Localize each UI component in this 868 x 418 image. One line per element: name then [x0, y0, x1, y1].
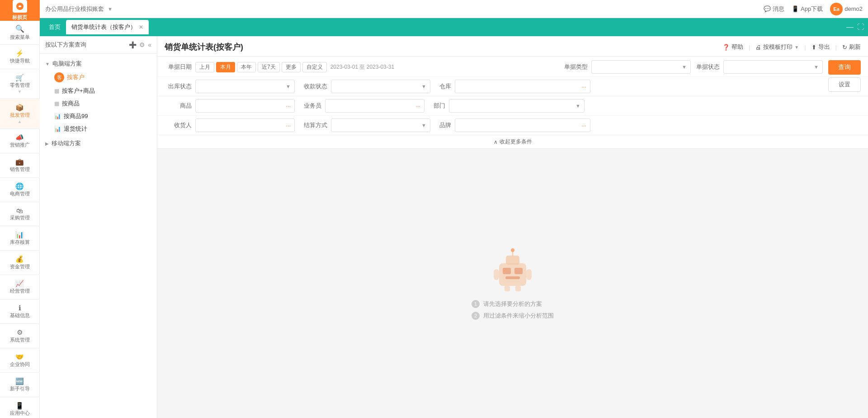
tree-item-by-customer-goods[interactable]: ▦ 按客户+商品	[40, 85, 157, 97]
collapse-bar[interactable]: ∧ 收起更多条件	[157, 135, 868, 149]
sidebar-system[interactable]: ⚙ 系统管理	[0, 324, 40, 348]
query-button[interactable]: 查询	[828, 60, 861, 75]
by-customer-goods-icon: ▦	[54, 88, 59, 94]
print-label: 按模板打印	[763, 43, 793, 51]
staff-select[interactable]: ···	[325, 99, 425, 113]
staff-filter: 业务员 ···	[304, 99, 425, 113]
date-btn-this-month[interactable]: 本月	[216, 62, 235, 72]
sidebar-marketing[interactable]: 📣 营销推广	[0, 129, 40, 153]
sales-label: 销售管理	[10, 166, 30, 173]
sidebar-operations[interactable]: 📈 经营管理	[0, 275, 40, 299]
topbar: 办公用品行业模拟账套 ▼ 💬 消息 📱 App下载 Ea demo2	[40, 0, 868, 18]
tree-mobile-section[interactable]: ▶ 移动端方案	[40, 137, 157, 150]
tree-desktop-label: 电脑端方案	[52, 60, 82, 68]
guide-icon: 🆕	[15, 377, 24, 385]
tree-desktop-section[interactable]: ▼ 电脑端方案	[40, 57, 157, 70]
user-profile-btn[interactable]: Ea demo2	[830, 3, 863, 15]
tab-minimize-icon[interactable]: —	[846, 23, 854, 31]
search-menu-item[interactable]: 🔍 搜索菜单	[0, 21, 40, 45]
svg-rect-2	[503, 268, 511, 274]
tab-home-label: 首页	[49, 23, 61, 31]
date-btn-this-year[interactable]: 本年	[237, 62, 256, 72]
tip-2: 2 用过滤条件来缩小分析范围	[472, 312, 554, 320]
date-btn-custom[interactable]: 自定义	[302, 62, 327, 72]
date-btn-last-7[interactable]: 近7天	[258, 62, 280, 72]
tree-item-return-stats[interactable]: 📊 退货统计	[40, 123, 157, 135]
doc-status-select[interactable]: ▼	[723, 60, 823, 74]
content-area: 按以下方案查询 ➕ ⚙ « ▼ 电脑端方案 客 按客户	[40, 36, 868, 418]
sidebar-ecommerce[interactable]: 🌐 电商管理	[0, 178, 40, 202]
payment-select[interactable]: ▼	[331, 119, 430, 132]
logo-icon	[13, 0, 27, 13]
tip-1-text: 请先选择要分析的方案	[483, 300, 542, 308]
top-title-arrow[interactable]: ▼	[108, 6, 113, 12]
print-btn[interactable]: 🖨 按模板打印 ▼	[755, 43, 799, 51]
date-label: 单据日期	[165, 63, 192, 71]
svg-point-11	[511, 248, 514, 252]
warehouse-select[interactable]: ···	[455, 80, 590, 93]
brand-select[interactable]: ···	[455, 119, 590, 132]
doc-status-label: 单据状态	[696, 63, 720, 71]
settings-scheme-btn[interactable]: ⚙	[139, 41, 145, 48]
sidebar-wholesale[interactable]: 📦 批发管理 ▲	[0, 99, 40, 129]
tree-item-by-goods[interactable]: ▦ 按商品	[40, 97, 157, 110]
tip-2-text: 用过滤条件来缩小分析范围	[483, 312, 554, 320]
quick-nav-label: 快捷导航	[10, 57, 30, 64]
sidebar: 标损页 🔍 搜索菜单 ⚡ 快捷导航 🛒 零售管理 ▼ 📦 批发管理 ▲ 📣 营销…	[0, 0, 40, 418]
sidebar-retail[interactable]: 🛒 零售管理 ▼	[0, 69, 40, 99]
tip-1-num: 1	[472, 300, 480, 308]
receiver-select[interactable]: ···	[195, 119, 295, 132]
dept-filter: 部门 ▼	[434, 99, 823, 113]
marketing-label: 营销推广	[10, 142, 30, 148]
sidebar-procurement[interactable]: 🛍 采购管理	[0, 202, 40, 226]
right-panel: 销货单统计表(按客户) ❓ 帮助 | 🖨 按模板打印 ▼ | ⬆	[157, 36, 868, 418]
sidebar-basic-info[interactable]: ℹ 基础信息	[0, 299, 40, 324]
user-avatar-initials: Ea	[834, 6, 840, 12]
tab-home[interactable]: 首页	[43, 20, 66, 34]
messages-btn[interactable]: 💬 消息	[764, 5, 784, 13]
refresh-btn[interactable]: ↻ 刷新	[842, 43, 861, 51]
tree-item-by-goods-99-label: 按商品99	[64, 112, 88, 120]
doc-type-select[interactable]: ▼	[591, 60, 691, 74]
tree-section: ▼ 电脑端方案 客 按客户 ▦ 按客户+商品 ▦ 按商品 📊	[40, 54, 157, 153]
sidebar-finance[interactable]: 💰 资金管理	[0, 251, 40, 275]
collapse-panel-btn[interactable]: «	[148, 41, 151, 48]
goods-select[interactable]: ···	[195, 99, 295, 113]
sidebar-guide[interactable]: 🆕 新手引导	[0, 373, 40, 397]
tab-sales-stat-label: 销货单统计表（按客户）	[71, 23, 136, 31]
dept-select[interactable]: ▼	[449, 99, 585, 113]
brand-dots: ···	[581, 122, 586, 129]
app-download-btn[interactable]: 📱 App下载	[792, 5, 823, 13]
add-scheme-btn[interactable]: ➕	[129, 41, 137, 48]
tree-mobile-label: 移动端方案	[52, 139, 81, 147]
sidebar-sales[interactable]: 💼 销售管理	[0, 153, 40, 178]
tab-maximize-icon[interactable]: ⛶	[857, 23, 864, 31]
out-status-select[interactable]: ▼	[195, 80, 295, 93]
export-label: 导出	[818, 43, 830, 51]
finance-icon: 💰	[15, 255, 24, 263]
sidebar-app-center[interactable]: 📱 应用中心	[0, 397, 40, 418]
tab-close-icon[interactable]: ✕	[139, 24, 143, 30]
tab-sales-stat[interactable]: 销货单统计表（按客户） ✕	[66, 20, 149, 34]
search-menu-label: 搜索菜单	[10, 34, 30, 41]
payment-label: 结算方式	[304, 121, 327, 129]
sidebar-inventory[interactable]: 📊 库存核算	[0, 226, 40, 251]
sidebar-cooperation[interactable]: 🤝 企业协同	[0, 348, 40, 373]
svg-rect-5	[494, 269, 499, 280]
by-goods-99-icon: 📊	[54, 113, 61, 119]
date-btn-last-month[interactable]: 上月	[195, 62, 214, 72]
tree-item-by-goods-99[interactable]: 📊 按商品99	[40, 110, 157, 123]
wholesale-icon: 📦	[15, 104, 24, 112]
tabbar-actions: — ⛶	[846, 23, 864, 31]
settings-button[interactable]: 设置	[828, 77, 861, 92]
date-btn-more[interactable]: 更多	[282, 62, 301, 72]
help-btn[interactable]: ❓ 帮助	[722, 43, 743, 51]
export-btn[interactable]: ⬆ 导出	[811, 43, 830, 51]
sidebar-quick-nav[interactable]: ⚡ 快捷导航	[0, 45, 40, 69]
operations-icon: 📈	[15, 280, 24, 288]
tree-desktop-arrow: ▼	[45, 62, 50, 66]
app-center-icon: 📱	[15, 402, 24, 410]
receipt-status-select[interactable]: ▼	[331, 80, 430, 93]
tree-item-by-customer[interactable]: 客 按客户	[40, 70, 157, 85]
svg-rect-3	[514, 268, 523, 274]
